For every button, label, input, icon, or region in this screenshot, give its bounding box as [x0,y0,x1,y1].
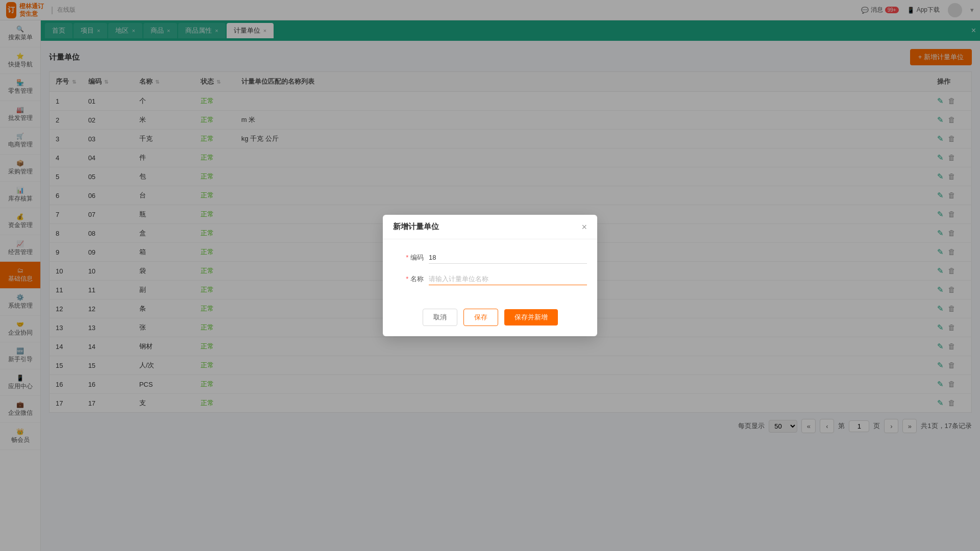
modal-close-button[interactable]: × [581,222,587,232]
add-measure-unit-modal: 新增计量单位 × * 编码 * 名称 取消 保存 保存并新增 [383,215,597,336]
modal-footer: 取消 保存 保存并新增 [383,303,597,336]
cancel-button[interactable]: 取消 [423,309,457,326]
form-row-name: * 名称 [393,273,587,285]
modal-overlay: 新增计量单位 × * 编码 * 名称 取消 保存 保存并新增 [0,0,980,551]
name-label: * 名称 [393,274,424,284]
code-required-mark: * [406,254,408,261]
name-required-mark: * [406,275,408,283]
modal-body: * 编码 * 名称 [383,239,597,303]
modal-header: 新增计量单位 × [383,215,597,239]
name-input[interactable] [429,273,587,285]
form-row-code: * 编码 [393,252,587,264]
code-label: * 编码 [393,253,424,262]
modal-title: 新增计量单位 [393,222,439,232]
save-button[interactable]: 保存 [463,309,498,326]
code-input[interactable] [429,252,587,264]
save-and-new-button[interactable]: 保存并新增 [504,309,558,325]
